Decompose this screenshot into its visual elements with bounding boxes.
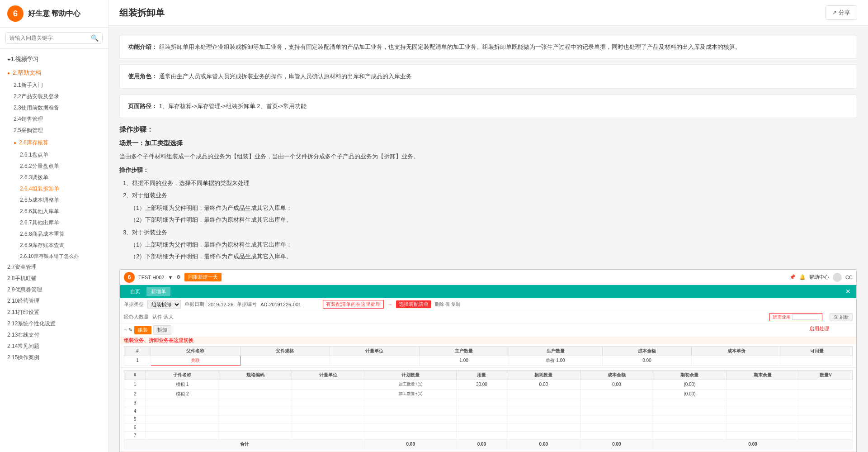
table1: # 父件名称 父件规格 计量单位 主产数量 生产数量 成本金额 成本单价 可用量 (124, 346, 853, 366)
td2-qv (799, 380, 853, 389)
app-top-bar: 6 TEST-H002 ▼ ⚙ 同限新建一天 📌 🔔 帮助中心 CC (120, 270, 856, 285)
form-date-value: 2019-12-26 (208, 302, 233, 307)
search-area: 🔍 (0, 28, 108, 49)
tf-v5: 0.00 (653, 439, 853, 449)
td2-qv-2 (799, 389, 853, 399)
nav-close-icon[interactable]: ✕ (845, 288, 851, 295)
path-prefix: 页面路径： (128, 103, 157, 109)
sidebar-item-print[interactable]: 2.11打印设置 (0, 307, 108, 318)
td2-spec (219, 380, 292, 389)
sidebar-item-new-user[interactable]: 2.1新手入门 (0, 80, 108, 91)
share-button[interactable]: ↗ 分享 (826, 5, 857, 20)
sidebar-item-cost-recalc[interactable]: 2.6.8商品成本重算 (0, 228, 108, 240)
sidebar-item-partial-check[interactable]: 2.6.2分量盘点单 (0, 161, 108, 172)
sidebar-item-cases[interactable]: 2.15操作案例 (0, 352, 108, 363)
sidebar-item-video[interactable]: + 1.视频学习 (0, 52, 108, 66)
td2-cost: 0.00 (580, 380, 653, 389)
sidebar-item-inventory-check[interactable]: 2.6.1盘点单 (0, 149, 108, 161)
td-cost-amount: 0.00 (602, 356, 692, 365)
sidebar-item-online-pay[interactable]: 2.13在线支付 (0, 329, 108, 341)
nav-list: + 1.视频学习 ● 2.帮助文档 2.1新手入门 2.2产品安装及登录 2.3… (0, 49, 108, 452)
form-date-label: 单据日期 (184, 301, 204, 308)
app-avatar (833, 273, 842, 282)
sidebar-item-help-docs[interactable]: ● 2.帮助文档 (0, 66, 108, 80)
sidebar-item-custom[interactable]: 2.12系统个性化设置 (0, 318, 108, 329)
sidebar-item-install[interactable]: 2.2产品安装及登录 (0, 91, 108, 102)
type-disassemble-btn[interactable]: 拆卸 (153, 325, 171, 335)
sidebar-item-ops[interactable]: 2.10经营管理 (0, 295, 108, 307)
sidebar-item-inventory[interactable]: ● 2.6库存核算 (0, 136, 108, 149)
th-unit: 计量单位 (330, 346, 419, 356)
form-type-select[interactable]: 组装拆卸 (147, 300, 181, 309)
nav-tab-home[interactable]: 自页 (126, 287, 145, 296)
sidebar-item-mobile[interactable]: 2.8手机旺铺 (0, 273, 108, 284)
sidebar-item-faq[interactable]: 2.14常见问题 (0, 341, 108, 352)
form-header-row: 单据类型 组装拆卸 单据日期 2019-12-26 单据编号 AD-201912… (120, 298, 856, 311)
table2-header-row: # 子件名称 规格编码 计量单位 计划数量 用量 损耗数量 成本金额 期初余量 … (124, 370, 853, 380)
sidebar-item-transfer[interactable]: 2.6.3调拨单 (0, 172, 108, 183)
app-new-order-btn[interactable]: 同限新建一天 (184, 273, 222, 281)
screenshot-area: 6 TEST-H002 ▼ ⚙ 同限新建一天 📌 🔔 帮助中心 CC (119, 269, 857, 452)
role-text: 通常由生产人员或库管人员完成拆装业务的操作，库管人员确认原材料的出库和产成品的入… (159, 73, 412, 80)
th2-plan-qty: 计划数量 (365, 370, 456, 380)
table-row: 1 模拟 1 加工数量+(1) 30.00 0.00 0.00 (0.00) (124, 380, 853, 389)
scenario1-desc: 当由多个子件材料组装成一个成品的业务为【组装】业务，当由一个父件拆分成多个子产品… (119, 151, 857, 162)
td2-cost-2 (580, 389, 653, 399)
tf-label: 合计 (124, 439, 365, 449)
table2: # 子件名称 规格编码 计量单位 计划数量 用量 损耗数量 成本金额 期初余量 … (124, 370, 853, 449)
role-prefix: 使用角色： (128, 73, 157, 80)
td-plan-qty: 1.00 (419, 356, 509, 365)
search-icon[interactable]: 🔍 (91, 34, 99, 42)
td-cost-unit (692, 356, 781, 365)
sidebar-item-inventory-query[interactable]: 2.6.9库存账本查询 (0, 240, 108, 251)
tf-v1: 0.00 (365, 439, 456, 449)
sidebar-item-cost-adjust[interactable]: 2.6.5成本调整单 (0, 195, 108, 206)
form-qty-label: 经办人数量 (124, 314, 149, 320)
th-avail: 可用量 (781, 346, 853, 356)
form-type-label1: 单据类型 (124, 301, 144, 308)
app-store-id: TEST-H002 (138, 275, 164, 280)
th2-num: # (124, 370, 146, 380)
th-parent-name: 父件名称 (151, 346, 240, 356)
nav-tab-new[interactable]: 新增单 (146, 287, 170, 296)
process-input[interactable] (792, 314, 819, 320)
sidebar-item-label: 2.帮助文档 (13, 69, 41, 77)
td2-usage: 30.00 (456, 380, 507, 389)
logo-text: 好生意 帮助中心 (28, 9, 80, 19)
sidebar-item-capital[interactable]: 2.7资金管理 (0, 262, 108, 273)
step3: 3、对于拆装业务 (119, 227, 857, 238)
confirm-btn[interactable]: 立 刷新 (830, 313, 853, 321)
app-help-text: 帮助中心 (809, 274, 829, 281)
annotation-text-extra: 删除 保 复制 (435, 301, 460, 308)
step2-sub1: （1）上部明细为父件明细，最终作为产成品生成其它入库单； (130, 203, 857, 213)
type-switch-btn[interactable]: 组装 (134, 326, 151, 334)
th-prod-qty: 生产数量 (509, 346, 602, 356)
search-input[interactable] (9, 35, 91, 41)
sidebar-item-other-in[interactable]: 2.6.6其他入库单 (0, 206, 108, 217)
td2-unit-2 (292, 389, 365, 399)
form-annotation-box: 有装配清单的在这里处理 (323, 300, 384, 309)
app-icon-2: 🔔 (799, 274, 806, 280)
path-text: 1、库存核算->库存管理->组装拆卸单 2、首页->常用功能 (159, 103, 307, 109)
step1: 1、根据不同的业务，选择不同单据的类型来处理 (119, 178, 857, 188)
sidebar-item-other-out[interactable]: 2.6.7其他出库单 (0, 217, 108, 228)
td2-close-2 (726, 389, 799, 399)
sidebar-item-inventory-fix[interactable]: 2.6.10库存账本错了怎么办 (0, 251, 108, 262)
sidebar-item-sales[interactable]: 2.4销售管理 (0, 114, 108, 125)
sidebar-item-data-prep[interactable]: 2.3使用前数据准备 (0, 102, 108, 114)
sidebar-item-purchase[interactable]: 2.5采购管理 (0, 125, 108, 136)
th2-close-bal: 期末余量 (726, 370, 799, 380)
step3-sub1: （1）上部明细为父件明细，最终作为原材料生成其它出库单； (130, 239, 857, 250)
search-box: 🔍 (5, 32, 103, 44)
sidebar: 6 好生意 帮助中心 🔍 + 1.视频学习 ● 2.帮助文档 2.1新手入门 2… (0, 0, 108, 452)
td-num: 1 (124, 356, 151, 365)
sidebar-item-label: 2.6库存核算 (19, 139, 48, 147)
td2-name-2: 模拟 2 (146, 389, 219, 399)
th2-cost: 成本金额 (580, 370, 653, 380)
sidebar-item-assembly[interactable]: 2.6.4组装拆卸单 (0, 183, 108, 195)
page-title: 组装拆卸单 (119, 7, 165, 19)
sidebar-item-coupon[interactable]: 2.9优惠券管理 (0, 284, 108, 295)
main-header: 组装拆卸单 ↗ 分享 (108, 0, 868, 26)
table1-area: # 父件名称 父件规格 计量单位 主产数量 生产数量 成本金额 成本单价 可用量 (120, 344, 856, 367)
td2-num: 1 (124, 380, 146, 389)
